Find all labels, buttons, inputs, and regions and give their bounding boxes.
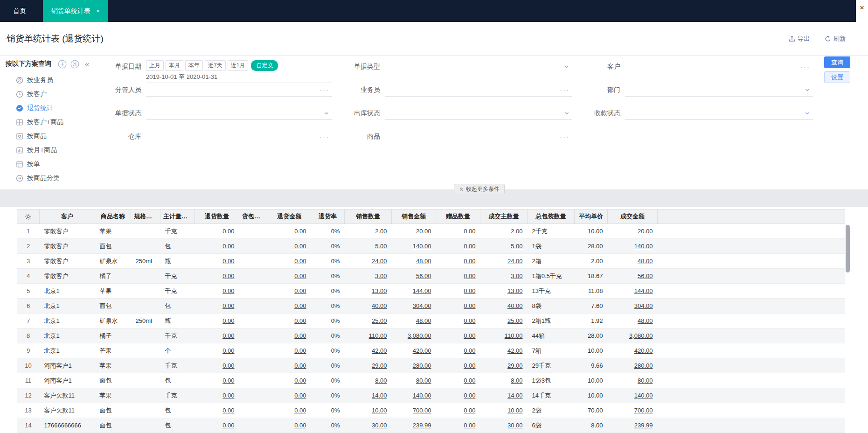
drilldown-link[interactable]: 700.00 [413,407,431,414]
drilldown-link[interactable]: 5.00 [511,243,522,250]
filter-picker[interactable]: ··· [625,60,813,73]
drilldown-link[interactable]: 80.00 [416,377,431,384]
drilldown-link[interactable]: 48.00 [416,317,431,324]
sidebar-item[interactable]: 按月+商品 [6,143,98,157]
sidebar-item[interactable]: 按客户+商品 [6,115,98,129]
drilldown-link[interactable]: 2.00 [375,228,387,235]
date-preset-chip[interactable]: 本月 [166,60,183,71]
drilldown-link[interactable]: 0.00 [464,362,475,369]
drilldown-link[interactable]: 0.00 [222,317,234,324]
drilldown-link[interactable]: 29.00 [372,362,387,369]
table-row[interactable]: 8北京1橘子千克0.000.000%110.003,080.000.00110.… [17,328,845,343]
table-row[interactable]: 2零散客户面包包0.000.000%5.00140.000.005.001袋28… [17,239,845,254]
drilldown-link[interactable]: 420.00 [413,347,431,354]
drilldown-link[interactable]: 0.00 [222,243,234,250]
sidebar-item-active[interactable]: 退货统计 [6,101,98,115]
drilldown-link[interactable]: 40.00 [372,302,387,309]
gear-icon[interactable] [25,213,32,220]
more-options-icon[interactable]: ··· [800,63,810,70]
drilldown-link[interactable]: 700.00 [634,407,653,414]
drilldown-link[interactable]: 280.00 [413,362,431,369]
drilldown-link[interactable]: 14.00 [372,392,387,399]
table-row[interactable]: 10河南客户1苹果千克0.000.000%29.00280.000.0029.0… [17,358,845,373]
custom-date-badge[interactable]: 自定义 [251,60,278,71]
drilldown-link[interactable]: 13.00 [372,287,387,294]
drilldown-link[interactable]: 3.00 [511,272,522,279]
drilldown-link[interactable]: 0.00 [222,228,234,235]
drilldown-link[interactable]: 0.00 [222,392,234,399]
drilldown-link[interactable]: 10.00 [507,407,523,414]
drilldown-link[interactable]: 0.00 [222,377,234,384]
drilldown-link[interactable]: 5.00 [375,243,387,250]
add-scheme-button[interactable] [58,60,67,69]
table-row[interactable]: 1零散客户苹果千克0.000.000%2.0020.000.002.002千克1… [17,224,845,239]
drilldown-link[interactable]: 56.00 [416,272,431,279]
drilldown-link[interactable]: 42.00 [372,347,387,354]
table-row[interactable]: 4零散客户橘子千克0.000.000%3.0056.000.003.001箱0.… [17,269,845,284]
tab-close-icon[interactable]: × [96,8,100,14]
drilldown-link[interactable]: 144.00 [413,287,431,294]
drilldown-link[interactable]: 0.00 [294,287,306,294]
date-preset-chip[interactable]: 上月 [146,60,164,71]
export-button[interactable]: 导出 [789,35,810,43]
chevron-down-icon[interactable] [805,111,810,116]
drilldown-link[interactable]: 48.00 [416,258,431,265]
drilldown-link[interactable]: 0.00 [464,347,475,354]
drilldown-link[interactable]: 14.00 [507,392,523,399]
sidebar-item[interactable]: 按单 [6,157,98,171]
date-range-field[interactable]: 上月本月本年近7天近1月 自定义 2019-10-01 至 2020-01-31 [146,60,332,83]
drilldown-link[interactable]: 0.00 [294,422,306,429]
chevron-down-icon[interactable] [805,87,810,93]
drilldown-link[interactable]: 0.00 [294,347,306,354]
drilldown-link[interactable]: 3.00 [375,272,387,279]
date-preset-chip[interactable]: 近7天 [205,60,226,71]
drilldown-link[interactable]: 0.00 [464,287,475,294]
drilldown-link[interactable]: 0.00 [222,332,234,339]
drilldown-link[interactable]: 10.00 [372,407,387,414]
collapse-more-button[interactable]: 收起更多条件 [454,184,505,194]
drilldown-link[interactable]: 0.00 [294,243,306,250]
filter-select[interactable] [385,60,572,73]
drilldown-link[interactable]: 48.00 [638,258,653,265]
drilldown-link[interactable]: 239.99 [634,422,653,429]
more-options-icon[interactable]: ··· [560,133,569,140]
filter-select[interactable] [625,107,813,120]
drilldown-link[interactable]: 29.00 [507,362,523,369]
drilldown-link[interactable]: 56.00 [638,272,653,279]
scheme-settings-button[interactable] [70,60,79,69]
drilldown-link[interactable]: 0.00 [222,362,234,369]
drilldown-link[interactable]: 144.00 [634,287,653,294]
chevron-down-icon[interactable] [324,111,329,116]
table-row[interactable]: 13客户欠款11面包包0.000.000%10.00700.000.0010.0… [17,403,845,418]
collapse-sidebar-icon[interactable]: « [85,60,89,68]
drilldown-link[interactable]: 25.00 [507,317,523,324]
drilldown-link[interactable]: 110.00 [505,332,523,339]
chevron-down-icon[interactable] [564,64,569,70]
filter-select[interactable] [146,107,332,120]
close-icon[interactable]: × [860,4,864,22]
drilldown-link[interactable]: 20.00 [416,228,431,235]
drilldown-link[interactable]: 0.00 [222,258,234,265]
drilldown-link[interactable]: 3,080.00 [408,332,431,339]
settings-button[interactable]: 设置 [824,71,850,83]
drilldown-link[interactable]: 42.00 [507,347,523,354]
drilldown-link[interactable]: 3,080.00 [629,332,653,339]
drilldown-link[interactable]: 0.00 [294,392,306,399]
chevron-down-icon[interactable] [564,111,569,116]
drilldown-link[interactable]: 0.00 [464,392,475,399]
drilldown-link[interactable]: 48.00 [638,317,653,324]
filter-picker[interactable]: ··· [385,130,572,143]
sidebar-item[interactable]: 按商品 [6,129,98,143]
drilldown-link[interactable]: 0.00 [464,407,475,414]
filter-select[interactable] [385,107,572,120]
drilldown-link[interactable]: 0.00 [294,228,306,235]
drilldown-link[interactable]: 0.00 [222,302,234,309]
drilldown-link[interactable]: 140.00 [413,392,431,399]
column-settings-header[interactable] [17,210,40,224]
drilldown-link[interactable]: 304.00 [634,302,653,309]
drilldown-link[interactable]: 420.00 [634,347,653,354]
sidebar-item[interactable]: 按商品分类 [6,171,98,185]
date-range-value[interactable]: 2019-10-01 至 2020-01-31 [146,73,332,81]
drilldown-link[interactable]: 0.00 [294,377,306,384]
drilldown-link[interactable]: 24.00 [372,258,387,265]
